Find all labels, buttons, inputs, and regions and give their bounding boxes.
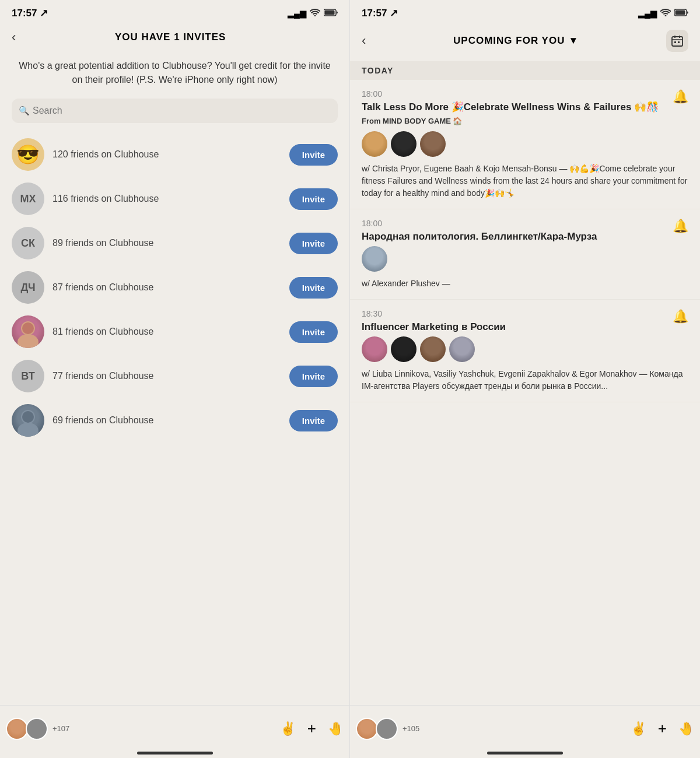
back-button-right[interactable]: ‹: [362, 33, 366, 48]
right-bottom-nav: +105 ✌️ + 🤚: [350, 705, 700, 752]
active-users-right: +105: [356, 718, 631, 740]
event-source: From MIND BODY GAME 🏠: [362, 117, 688, 125]
right-status-bar: 17:57 ↗ ▂▄▆: [350, 0, 700, 24]
peace-icon-right[interactable]: ✌️: [631, 721, 646, 736]
nav-icons: ✌️ + 🤚: [280, 720, 344, 738]
contact-list: 😎 120 friends on Clubhouse Invite МХ 116…: [0, 132, 349, 705]
search-icon: 🔍: [19, 106, 30, 116]
contact-item: ДЧ 87 friends on Clubhouse Invite: [12, 265, 338, 310]
event-avatar: [391, 336, 416, 362]
home-indicator: [137, 752, 213, 755]
event-avatar: [420, 336, 446, 362]
event-title: Talk Less Do More 🎉Celebrate Wellness Wi…: [362, 101, 688, 114]
left-phone-panel: 17:57 ↗ ▂▄▆ ‹ YOU HAVE 1 INVITES Who's a…: [0, 0, 350, 758]
svg-rect-10: [672, 37, 682, 46]
event-avatar: [449, 336, 475, 362]
left-status-bar: 17:57 ↗ ▂▄▆: [0, 0, 349, 24]
event-avatars: [362, 131, 688, 157]
event-title: Народная политология. Беллингкет/Кара-Му…: [362, 230, 688, 244]
search-bar-wrapper: 🔍: [0, 99, 349, 132]
contact-friends: 89 friends on Clubhouse: [52, 238, 281, 248]
avatar: МХ: [12, 183, 44, 215]
event-avatar: [391, 131, 416, 157]
svg-point-4: [22, 322, 34, 334]
battery-icon: [324, 9, 338, 18]
invite-button[interactable]: Invite: [289, 366, 338, 387]
event-avatars: [362, 246, 688, 272]
calendar-button[interactable]: [666, 30, 688, 52]
invite-description: Who's a great potential addition to Club…: [0, 54, 349, 99]
event-avatar: [362, 131, 387, 157]
contact-friends: 81 friends on Clubhouse: [52, 327, 281, 337]
right-header: ‹ UPCOMING FOR YOU ▼: [350, 24, 700, 61]
right-status-icons: ▂▄▆: [638, 8, 688, 18]
event-avatars: [362, 336, 688, 362]
svg-point-3: [18, 334, 38, 348]
create-room-button[interactable]: +: [307, 720, 316, 738]
create-room-button-right[interactable]: +: [658, 720, 667, 738]
right-phone-panel: 17:57 ↗ ▂▄▆ ‹ UPCOMING FOR YOU ▼: [350, 0, 700, 758]
invite-button[interactable]: Invite: [289, 188, 338, 210]
nav-avatar-secondary: [26, 718, 48, 740]
avatar: [12, 404, 44, 437]
active-count-right: +105: [402, 724, 419, 733]
left-bottom-nav: +107 ✌️ + 🤚: [0, 705, 349, 752]
avatar: ДЧ: [12, 271, 44, 304]
left-status-time: 17:57 ↗: [12, 7, 48, 19]
svg-point-6: [18, 423, 38, 437]
event-description: w/ Liuba Linnikova, Vasiliy Yashchuk, Ev…: [362, 368, 688, 392]
event-description: w/ Christa Pryor, Eugene Baah & Kojo Men…: [362, 163, 688, 199]
left-header: ‹ YOU HAVE 1 INVITES: [0, 24, 349, 54]
back-button[interactable]: ‹: [12, 30, 16, 45]
event-avatar: [362, 246, 387, 272]
event-item: 18:30 Influencer Marketing в России w/ L…: [350, 300, 700, 402]
svg-rect-1: [325, 10, 335, 15]
contact-friends: 116 friends on Clubhouse: [52, 194, 281, 204]
section-today: TODAY: [350, 61, 700, 80]
contact-item: 81 friends on Clubhouse Invite: [12, 310, 338, 354]
contact-item: МХ 116 friends on Clubhouse Invite: [12, 177, 338, 221]
avatar: 😎: [12, 138, 44, 171]
event-list: 18:00 Talk Less Do More 🎉Celebrate Welln…: [350, 80, 700, 705]
wave-icon-right[interactable]: 🤚: [678, 721, 694, 736]
contact-item: СК 89 friends on Clubhouse Invite: [12, 221, 338, 265]
invite-button[interactable]: Invite: [289, 233, 338, 254]
event-item: 18:00 Talk Less Do More 🎉Celebrate Welln…: [350, 80, 700, 209]
battery-icon: [674, 9, 688, 18]
bell-icon[interactable]: 🔔: [673, 309, 688, 324]
right-status-time: 17:57 ↗: [362, 7, 398, 19]
right-page-title: UPCOMING FOR YOU ▼: [453, 35, 579, 47]
wave-icon[interactable]: 🤚: [328, 721, 344, 736]
svg-point-7: [22, 411, 34, 423]
search-input[interactable]: [12, 99, 338, 123]
bell-icon[interactable]: 🔔: [673, 219, 688, 234]
event-description: w/ Alexander Plushev —: [362, 278, 688, 290]
contact-friends: 120 friends on Clubhouse: [52, 149, 281, 160]
avatar: ВТ: [12, 360, 44, 392]
peace-icon[interactable]: ✌️: [280, 721, 296, 736]
contact-friends: 77 friends on Clubhouse: [52, 371, 281, 381]
bell-icon[interactable]: 🔔: [673, 89, 688, 104]
invite-button[interactable]: Invite: [289, 144, 338, 166]
event-avatar: [420, 131, 446, 157]
event-time: 18:00: [362, 89, 688, 99]
event-avatar: [362, 336, 387, 362]
invite-button[interactable]: Invite: [289, 410, 338, 431]
dropdown-arrow[interactable]: ▼: [568, 35, 579, 47]
signal-icon: ▂▄▆: [288, 9, 306, 18]
contact-friends: 87 friends on Clubhouse: [52, 282, 281, 293]
wifi-icon: [310, 8, 320, 18]
contact-item: 69 friends on Clubhouse Invite: [12, 398, 338, 443]
contact-item: ВТ 77 friends on Clubhouse Invite: [12, 354, 338, 398]
svg-rect-9: [676, 10, 685, 15]
event-item: 18:00 Народная политология. Беллингкет/К…: [350, 209, 700, 300]
page-title: YOU HAVE 1 INVITES: [22, 31, 319, 43]
invite-button[interactable]: Invite: [289, 321, 338, 343]
left-status-icons: ▂▄▆: [288, 8, 338, 18]
avatar: СК: [12, 227, 44, 259]
home-indicator-right: [487, 752, 563, 755]
event-time: 18:00: [362, 219, 688, 228]
contact-item: 😎 120 friends on Clubhouse Invite: [12, 132, 338, 177]
invite-button[interactable]: Invite: [289, 277, 338, 299]
svg-rect-14: [674, 41, 676, 43]
